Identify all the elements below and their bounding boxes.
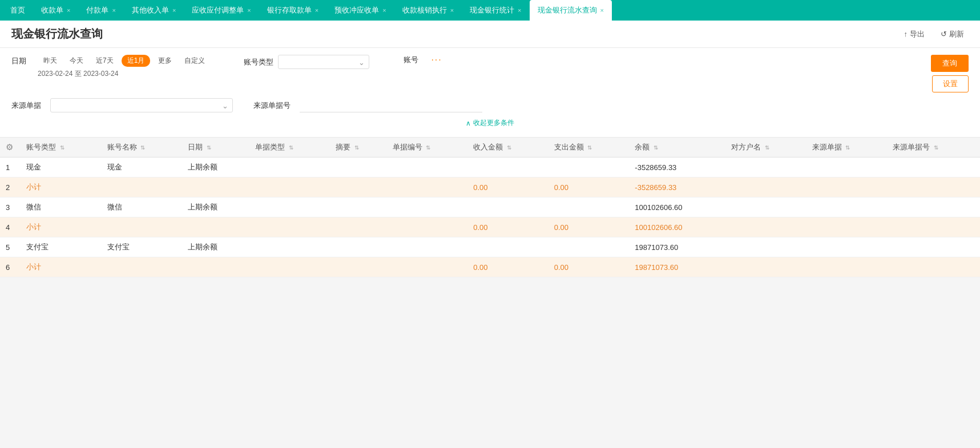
nav-tab-receipts[interactable]: 收款单 × [33, 0, 78, 21]
sort-icon: ⇅ [765, 144, 769, 151]
source-doc-no-label: 来源单据号 [253, 100, 291, 111]
sort-icon: ⇅ [140, 144, 145, 151]
table-row: 5支付宝支付宝上期余额19871073.60 [0, 237, 980, 257]
nav-tab-ar-ap-adjust[interactable]: 应收应付调整单 × [184, 0, 259, 21]
collapse-button[interactable]: ∧ 收起更多条件 [466, 118, 514, 128]
refresh-icon: ↺ [941, 30, 947, 38]
th-date[interactable]: 日期 ⇅ [182, 138, 249, 158]
date-option-custom[interactable]: 自定义 [180, 55, 209, 67]
sort-icon: ⇅ [60, 144, 64, 151]
query-button[interactable]: 查询 [931, 55, 969, 72]
account-type-label: 账号类型 [244, 57, 273, 67]
table-header-row: ⚙ 账号类型 ⇅ 账号名称 ⇅ 日期 ⇅ 单据类型 ⇅ [0, 138, 980, 158]
source-doc-wrapper [50, 98, 233, 112]
table-row: 6小计0.000.0019871073.60 [0, 257, 980, 277]
close-icon[interactable]: × [315, 7, 318, 14]
page-title: 现金银行流水查询 [11, 26, 103, 42]
nav-tab-bank-deposit[interactable]: 银行存取款单 × [259, 0, 326, 21]
th-doc-type[interactable]: 单据类型 ⇅ [249, 138, 330, 158]
nav-tab-advance-offset[interactable]: 预收冲应收单 × [326, 0, 394, 21]
sort-icon: ⇅ [654, 144, 658, 151]
source-doc-no-input[interactable] [300, 99, 482, 112]
sort-icon: ⇅ [354, 144, 359, 151]
data-table: ⚙ 账号类型 ⇅ 账号名称 ⇅ 日期 ⇅ 单据类型 ⇅ [0, 138, 980, 277]
date-range: 2023-02-24 至 2023-03-24 [38, 70, 118, 78]
close-icon[interactable]: × [518, 7, 521, 14]
account-type-select[interactable]: 现金 微信 支付宝 [278, 55, 369, 69]
date-option-more[interactable]: 更多 [154, 55, 176, 67]
sort-icon: ⇅ [207, 144, 211, 151]
export-icon: ↑ [904, 30, 908, 38]
th-income[interactable]: 收入金额 ⇅ [467, 138, 549, 158]
table-row: 1现金现金上期余额-3528659.33 [0, 158, 980, 177]
account-label: 账号 [404, 55, 426, 65]
nav-tab-cash-bank-stats[interactable]: 现金银行统计 × [462, 0, 529, 21]
th-account-type[interactable]: 账号类型 ⇅ [21, 138, 102, 158]
source-doc-select[interactable] [50, 98, 233, 112]
close-icon[interactable]: × [112, 7, 115, 14]
nav-tab-other-income[interactable]: 其他收入单 × [124, 0, 184, 21]
close-icon[interactable]: × [247, 7, 251, 14]
sort-icon: ⇅ [507, 144, 511, 151]
th-expense[interactable]: 支出金额 ⇅ [549, 138, 630, 158]
th-balance[interactable]: 余额 ⇅ [629, 138, 725, 158]
page-header: 现金银行流水查询 ↑ 导出 ↺ 刷新 [0, 21, 980, 48]
gear-icon[interactable]: ⚙ [6, 142, 13, 152]
account-type-wrapper: 现金 微信 支付宝 [278, 55, 369, 69]
sort-icon: ⇅ [934, 144, 938, 151]
th-doc-no[interactable]: 单据编号 ⇅ [387, 138, 468, 158]
sort-icon: ⇅ [289, 144, 293, 151]
close-icon[interactable]: × [600, 7, 604, 14]
date-option-7days[interactable]: 近7天 [91, 55, 118, 67]
date-option-1month[interactable]: 近1月 [122, 55, 151, 67]
header-actions: ↑ 导出 ↺ 刷新 [900, 27, 969, 42]
date-label: 日期 [11, 56, 34, 66]
collapse-icon: ∧ [466, 119, 471, 127]
date-option-yesterday[interactable]: 昨天 [39, 55, 62, 67]
nav-tab-cash-bank-flow[interactable]: 现金银行流水查询 × [530, 0, 612, 21]
date-options: 昨天 今天 近7天 近1月 更多 自定义 [39, 55, 209, 67]
th-counterparty[interactable]: 对方户名 ⇅ [725, 138, 806, 158]
close-icon[interactable]: × [450, 7, 454, 14]
table-row: 2小计0.000.00-3528659.33 [0, 177, 980, 197]
filter-area: 日期 昨天 今天 近7天 近1月 更多 自定义 2023-02-24 至 202… [0, 48, 980, 138]
export-button[interactable]: ↑ 导出 [900, 27, 930, 42]
th-source-doc[interactable]: 来源单据 ⇅ [806, 138, 888, 158]
table-container: ⚙ 账号类型 ⇅ 账号名称 ⇅ 日期 ⇅ 单据类型 ⇅ [0, 138, 980, 277]
th-account-name[interactable]: 账号名称 ⇅ [102, 138, 183, 158]
nav-tab-payments[interactable]: 付款单 × [78, 0, 123, 21]
sort-icon: ⇅ [587, 144, 592, 151]
table-row: 4小计0.000.00100102606.60 [0, 217, 980, 237]
sort-icon: ⇅ [426, 144, 430, 151]
collapse-bar: ∧ 收起更多条件 [11, 116, 969, 132]
top-nav: 首页 收款单 × 付款单 × 其他收入单 × 应收应付调整单 × 银行存取款单 … [0, 0, 980, 21]
sort-icon: ⇅ [845, 144, 850, 151]
close-icon[interactable]: × [382, 7, 386, 14]
nav-home[interactable]: 首页 [2, 0, 33, 21]
refresh-button[interactable]: ↺ 刷新 [936, 27, 969, 42]
th-source-doc-no[interactable]: 来源单据号 ⇅ [887, 138, 980, 158]
th-summary[interactable]: 摘要 ⇅ [330, 138, 386, 158]
source-doc-label: 来源单据 [11, 100, 41, 111]
th-gear: ⚙ [0, 138, 21, 158]
table-row: 3微信微信上期余额100102606.60 [0, 197, 980, 217]
close-icon[interactable]: × [172, 7, 176, 14]
nav-tab-collection-exec[interactable]: 收款核销执行 × [394, 0, 462, 21]
setting-button[interactable]: 设置 [932, 75, 969, 92]
close-icon[interactable]: × [67, 7, 70, 14]
account-more-btn[interactable]: ··· [431, 55, 442, 65]
date-option-today[interactable]: 今天 [65, 55, 88, 67]
